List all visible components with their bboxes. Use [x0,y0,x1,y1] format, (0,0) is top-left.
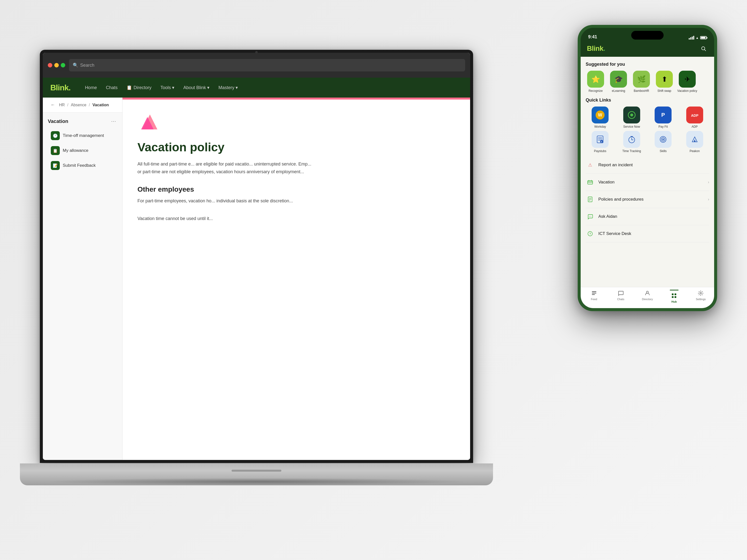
sidebar-item-time-off[interactable]: 🕐 Time-off management [48,129,117,142]
minimize-button[interactable] [54,63,59,68]
blink-logo: Blink. [50,83,71,92]
bamboohr-label: BambooHR [634,89,649,92]
quick-link-workday[interactable]: W Workday [586,107,615,128]
quick-links-section: Quick Links W Workday [581,95,714,155]
suggested-item-recognize[interactable]: ⭐ Recognize [586,71,606,92]
servicenow-label: Service Now [623,125,640,128]
quick-link-peakon[interactable]: Peakon [680,131,710,153]
phone-nav-hub[interactable]: Hub [661,290,688,303]
ask-aidan-icon-svg [587,214,593,219]
sidebar-item-feedback-label: Submit Feedback [63,163,96,168]
svg-rect-40 [592,291,596,292]
sidebar-item-allowance-label: My allowance [63,148,88,153]
svg-rect-42 [592,294,595,295]
battery-fill [701,37,705,38]
svg-marker-27 [694,139,696,142]
nav-directory[interactable]: 📋 Directory [122,78,156,98]
skills-svg [659,135,668,144]
nav-chats[interactable]: Chats [101,78,122,98]
suggested-item-bamboohr[interactable]: 🌿 BambooHR [632,71,651,92]
browser-address-bar[interactable]: 🔍 Search [69,59,465,72]
settings-nav-label: Settings [696,298,706,301]
hub-nav-label: Hub [672,300,677,303]
policies-icon [586,195,595,204]
section-other-employees-heading: Other employees [137,185,455,193]
allowance-icon: 📋 [51,146,60,155]
signal-bar-3 [692,36,693,39]
phone-nav-directory[interactable]: Directory [634,290,661,301]
svg-text:ADP: ADP [691,113,698,117]
suggested-item-vacation-policy[interactable]: ✈ Vacation policy [677,71,697,92]
quick-link-service-now[interactable]: Service Now [617,107,646,128]
phone-search-button[interactable] [699,44,708,53]
svg-rect-46 [672,296,673,298]
vacation-icon-svg [587,179,593,185]
sidebar-item-feedback[interactable]: 📝 Submit Feedback [48,159,117,172]
suggested-item-shift-swap[interactable]: ⬆ Shift swap [654,71,674,92]
laptop-screen-outer: 🔍 Search Blink. Home Chats 📋 Directory T… [40,50,473,463]
recognize-label: Recognize [589,89,603,92]
svg-rect-44 [672,293,673,295]
quick-link-adp[interactable]: ADP ADP [680,107,710,128]
signal-bars [689,36,694,39]
svg-rect-47 [674,296,676,298]
servicenow-logo-svg [626,109,637,121]
close-button[interactable] [48,63,52,68]
vacation-menu-icon [586,178,595,187]
report-incident-icon: ⚠ [586,161,595,169]
svg-rect-29 [588,182,593,183]
blink-content: ← HR / Absence / Vacation Vacation ⋯ [43,98,470,460]
sidebar-more-button[interactable]: ⋯ [110,117,117,125]
quick-link-paystubs[interactable]: $ Paystubs [586,131,615,153]
quick-link-skills[interactable]: Skills [649,131,678,153]
quick-link-time-tracking[interactable]: Time Tracking [617,131,646,153]
suggested-item-elearning[interactable]: 🎓 eLearning [609,71,628,92]
shift-swap-icon: ⬆ [656,71,673,88]
browser-chrome: 🔍 Search [43,53,470,78]
nav-home[interactable]: Home [80,78,101,98]
chats-nav-label: Chats [617,298,624,301]
suggested-title: Suggested for you [586,62,709,67]
elearning-label: eLearning [612,89,625,92]
nav-about-blink[interactable]: About Blink ▾ [179,78,214,98]
vacation-menu-label: Vacation [598,180,704,185]
adp-icon: ADP [686,107,703,124]
menu-item-vacation[interactable]: Vacation › [586,174,709,191]
maximize-button[interactable] [61,63,65,68]
menu-item-policies[interactable]: Policies and procedures › [586,191,709,208]
page-content: Vacation policy All full-time and part-t… [123,100,470,245]
signal-bar-1 [689,38,690,39]
browser-window-controls [48,63,65,68]
nav-mastery[interactable]: Mastery ▾ [214,78,242,98]
blink-app: Blink. Home Chats 📋 Directory Tools ▾ Ab… [43,78,470,460]
breadcrumb-absence: Absence [71,103,86,107]
hub-icon-svg [671,293,677,299]
nav-tools[interactable]: Tools ▾ [156,78,179,98]
phone: 9:41 ▲ Blink. [578,25,717,311]
phone-nav-chats[interactable]: Chats [607,290,634,301]
back-button[interactable]: ← [49,101,56,109]
vacation-policy-label: Vacation policy [677,89,697,92]
menu-item-ict[interactable]: ? ICT Service Desk [586,225,709,242]
sidebar-item-allowance[interactable]: 📋 My allowance [48,143,117,158]
search-icon: 🔍 [73,62,78,68]
menu-item-ask-aidan[interactable]: Ask Aidan [586,208,709,225]
adp-logo-svg: ADP [690,110,700,120]
chats-nav-icon [617,290,624,297]
phone-blink-logo: Blink. [587,45,605,53]
breadcrumb-sep2: / [89,103,90,107]
phone-nav-settings[interactable]: Settings [688,290,714,301]
svg-rect-28 [588,181,593,184]
main-content: Vacation policy All full-time and part-t… [123,98,470,460]
time-tracking-icon [623,131,640,148]
sidebar-title: Vacation [48,118,68,124]
phone-nav-feed[interactable]: Feed [581,290,607,301]
quick-link-payfit[interactable]: P Pay Fit [649,107,678,128]
recognize-icon: ⭐ [587,71,604,88]
adp-label: ADP [692,125,698,128]
payfit-icon: P [654,107,672,124]
directory-nav-icon [644,290,651,297]
menu-item-report-incident[interactable]: ⚠ Report an incident [586,157,709,174]
laptop: 🔍 Search Blink. Home Chats 📋 Directory T… [20,50,493,485]
peakon-icon [686,131,703,148]
